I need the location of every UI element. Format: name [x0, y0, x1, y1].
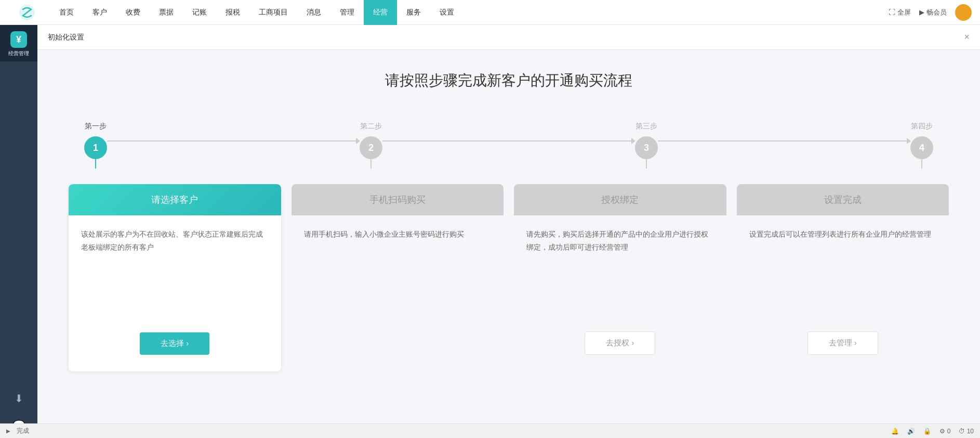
- app-logo: [8, 4, 46, 21]
- main-heading: 请按照步骤完成新客户的开通购买流程: [69, 71, 949, 91]
- shield-icon: 🔔: [891, 428, 899, 435]
- vip-btn[interactable]: ▶ 畅会员: [919, 8, 947, 17]
- card-setup-complete: 设置完成 设置完成后可以在管理列表进行所有企业用户的经营管理 去管理 ›: [737, 184, 949, 371]
- step4-circle: 4: [910, 136, 933, 159]
- step1-circle: 1: [84, 136, 107, 159]
- svg-point-2: [959, 15, 968, 18]
- step3-circle: 3: [635, 136, 658, 159]
- nav-service[interactable]: 服务: [397, 0, 430, 25]
- card3-action-btn: 去授权 ›: [585, 331, 655, 355]
- nav-management[interactable]: 管理: [330, 0, 364, 25]
- nav-items-list: 首页 客户 收费 票据 记账 报税 工商项目 消息 管理 经营 服务 设置: [50, 0, 889, 25]
- card4-footer: 去管理 ›: [737, 331, 949, 359]
- card-scan-purchase: 手机扫码购买 请用手机扫码，输入小微企业主账号密码进行购买: [292, 184, 504, 371]
- nav-collection[interactable]: 收费: [116, 0, 150, 25]
- arrow-1-2: [356, 138, 360, 144]
- step-4: 第四步 4: [910, 122, 933, 169]
- step-2: 第二步 2: [360, 122, 382, 169]
- timer-status: ⏱ 10: [959, 428, 974, 435]
- lock-icon: 🔒: [923, 428, 931, 435]
- nav-bookkeeping[interactable]: 记账: [183, 0, 216, 25]
- nav-settings[interactable]: 设置: [430, 0, 463, 25]
- card-auth-bind: 授权绑定 请先购买，购买后选择开通的产品中的企业用户进行授权绑定，成功后即可进行…: [514, 184, 726, 371]
- play-icon: ▶: [6, 428, 10, 434]
- step2-label: 第二步: [360, 122, 382, 131]
- arrow-2-3: [631, 138, 635, 144]
- card4-body: 设置完成后可以在管理列表进行所有企业用户的经营管理: [737, 215, 949, 331]
- step3-connector-down: [646, 159, 647, 169]
- sidebar-item-label: 经营管理: [8, 50, 29, 57]
- step2-circle: 2: [360, 136, 382, 159]
- vip-icon: ▶: [919, 8, 924, 16]
- step4-label: 第四步: [911, 122, 933, 131]
- steps-row: 第一步 1 第二步 2: [69, 122, 949, 169]
- card4-action-btn: 去管理 ›: [807, 331, 878, 355]
- finance-icon: ¥: [10, 31, 27, 48]
- nav-invoice[interactable]: 票据: [150, 0, 183, 25]
- top-navigation: 首页 客户 收费 票据 记账 报税 工商项目 消息 管理 经营 服务 设置 ⛶ …: [0, 0, 980, 25]
- status-bar: ▶ 完成 🔔 🔊 🔒 ⚙ 0 ⏱ 10: [0, 423, 980, 438]
- vip-label: 畅会员: [926, 8, 947, 17]
- top-nav-right: ⛶ 全屏 ▶ 畅会员: [889, 4, 972, 21]
- card-select-customer: 请选择客户 该处展示的客户为不在回收站、客户状态正常建账后完成老板端绑定的所有客…: [69, 184, 281, 371]
- card1-footer: 去选择 ›: [69, 332, 281, 359]
- sidebar-download[interactable]: ⬇: [0, 384, 37, 411]
- card4-header: 设置完成: [737, 184, 949, 215]
- nav-home[interactable]: 首页: [50, 0, 83, 25]
- content-area: 请按照步骤完成新客户的开通购买流程 第一步 1 第二步 2: [37, 50, 980, 438]
- fullscreen-icon: ⛶: [889, 8, 895, 16]
- connector-3-4: [658, 140, 910, 141]
- card3-footer: 去授权 ›: [514, 331, 726, 359]
- card1-body: 该处展示的客户为不在回收站、客户状态正常建账后完成老板端绑定的所有客户: [69, 215, 281, 332]
- step1-connector-down: [95, 159, 96, 169]
- settings-status: ⚙ 0: [939, 428, 950, 435]
- sidebar: ¥ 经营管理 ⬇ 💬: [0, 25, 37, 438]
- connector-2-3: [382, 140, 635, 141]
- cards-row: 请选择客户 该处展示的客户为不在回收站、客户状态正常建账后完成老板端绑定的所有客…: [69, 184, 949, 371]
- fullscreen-label: 全屏: [897, 8, 911, 17]
- nav-customer[interactable]: 客户: [83, 0, 116, 25]
- main-content: 初始化设置 × 请按照步骤完成新客户的开通购买流程 第一步 1 第: [37, 25, 980, 438]
- card1-header: 请选择客户: [69, 184, 281, 215]
- step4-connector-down: [921, 159, 922, 169]
- step-1: 第一步 1: [84, 122, 107, 169]
- close-button[interactable]: ×: [964, 32, 970, 43]
- sidebar-item-finance[interactable]: ¥ 经营管理: [0, 25, 37, 61]
- page-header: 初始化设置 ×: [37, 25, 980, 50]
- nav-message[interactable]: 消息: [297, 0, 330, 25]
- step3-label: 第三步: [635, 122, 657, 131]
- main-layout: ¥ 经营管理 ⬇ 💬 初始化设置 × 请按照步骤完成新客户的开通购买流程: [0, 25, 980, 438]
- card2-header: 手机扫码购买: [292, 184, 504, 215]
- step-3: 第三步 3: [635, 122, 658, 169]
- card2-footer: [292, 355, 504, 359]
- avatar[interactable]: [955, 4, 972, 21]
- nav-tax[interactable]: 报税: [216, 0, 249, 25]
- card1-action-btn[interactable]: 去选择 ›: [140, 332, 209, 355]
- card3-header: 授权绑定: [514, 184, 726, 215]
- download-icon: ⬇: [10, 390, 27, 407]
- connector-1-2: [107, 140, 360, 141]
- page-title: 初始化设置: [48, 33, 84, 42]
- status-bar-right: 🔔 🔊 🔒 ⚙ 0 ⏱ 10: [891, 428, 974, 435]
- step1-label: 第一步: [85, 122, 107, 131]
- svg-point-1: [961, 8, 966, 14]
- nav-business-items[interactable]: 工商项目: [249, 0, 297, 25]
- step2-connector-down: [370, 159, 372, 169]
- arrow-3-4: [907, 138, 911, 144]
- status-text: 完成: [17, 427, 29, 435]
- card3-body: 请先购买，购买后选择开通的产品中的企业用户进行授权绑定，成功后即可进行经营管理: [514, 215, 726, 331]
- fullscreen-btn[interactable]: ⛶ 全屏: [889, 8, 911, 17]
- card2-body: 请用手机扫码，输入小微企业主账号密码进行购买: [292, 215, 504, 355]
- nav-operation[interactable]: 经营: [364, 0, 397, 25]
- volume-icon: 🔊: [907, 428, 915, 435]
